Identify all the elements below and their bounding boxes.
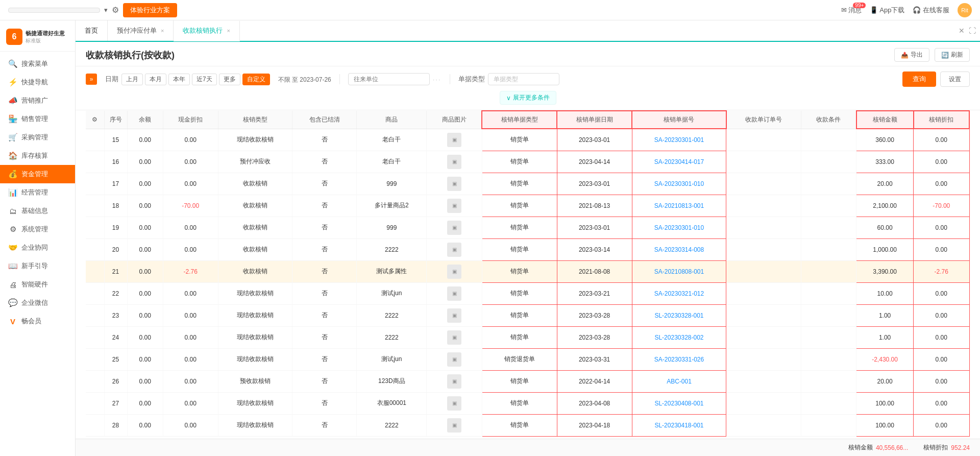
marketing-icon: 📣	[8, 96, 17, 105]
close-all-icon[interactable]: ✕	[959, 27, 965, 35]
table-cell: ▣	[427, 392, 482, 414]
collapse-btn[interactable]: »	[86, 74, 97, 85]
tab-home[interactable]: 首页	[76, 20, 108, 41]
table-cell-bill-no[interactable]: SA-20230301-001	[632, 129, 726, 151]
table-cell-bill-no[interactable]: SL-20230328-002	[632, 326, 726, 348]
table-cell	[726, 238, 801, 260]
settings-gear-btn[interactable]: ⚙	[112, 5, 119, 15]
service-btn[interactable]: 🎧 在线客服	[913, 6, 949, 15]
sidebar-item-quick[interactable]: ⚡ 快捷导航	[0, 73, 75, 91]
sidebar-label-operation: 经营管理	[21, 188, 48, 197]
industry-btn[interactable]: 体验行业方案	[123, 3, 177, 17]
footer-discount-label: 核销折扣	[923, 443, 948, 452]
table-cell	[86, 129, 104, 151]
filter-divider-2	[450, 74, 450, 84]
sidebar-item-wechat[interactable]: 💬 企业微信	[0, 294, 75, 312]
table-cell: 收款核销	[218, 173, 292, 195]
table-cell-bill-no[interactable]: SA-20210808-001	[632, 260, 726, 282]
table-row: 230.000.00现结收款核销否2222▣销货单2023-03-28SL-20…	[86, 304, 969, 326]
table-cell-bill-no[interactable]: SL-20230328-001	[632, 304, 726, 326]
query-btn[interactable]: 查询	[902, 71, 936, 87]
table-cell: 否	[292, 173, 357, 195]
tab-prepay[interactable]: 预付冲应付单 ×	[108, 20, 174, 41]
message-btn[interactable]: ✉ 99+ 消息	[841, 6, 862, 15]
table-cell-bill-no[interactable]: SA-20230331-026	[632, 348, 726, 370]
table-cell-bill-no[interactable]: SL-20230408-001	[632, 392, 726, 414]
sidebar-label-hardware: 智能硬件	[21, 280, 48, 289]
table-cell-bill-no[interactable]: SA-20230414-017	[632, 151, 726, 173]
table-cell: 0.00	[163, 282, 218, 304]
col-goods-img-header: 商品图片	[427, 111, 482, 129]
search-input[interactable]	[8, 8, 100, 13]
table-cell: 否	[292, 151, 357, 173]
table-row: 280.000.00现结收款核销否2222▣销货单2023-04-18SL-20…	[86, 414, 969, 436]
sidebar-item-inventory[interactable]: 🏠 库存核算	[0, 147, 75, 165]
basic-icon: 🗂	[8, 207, 17, 215]
table-cell-bill-no[interactable]: SA-20230314-008	[632, 238, 726, 260]
table-cell	[726, 195, 801, 217]
date-btn-this-year[interactable]: 本年	[168, 74, 190, 85]
table-cell-write-off-discount: 0.00	[914, 173, 969, 195]
table-cell-write-off-amount: 1.00	[856, 304, 914, 326]
table-cell-bill-date: 2023-03-31	[557, 348, 632, 370]
table-cell-bill-date: 2023-04-08	[557, 392, 632, 414]
table-row: 150.000.00现结收款核销否老白干▣销货单2023-03-01SA-202…	[86, 129, 969, 151]
table-cell-write-off-amount: 20.00	[856, 173, 914, 195]
sidebar-item-operation[interactable]: 📊 经营管理	[0, 183, 75, 202]
table-cell: 否	[292, 304, 357, 326]
sidebar-item-marketing[interactable]: 📣 营销推广	[0, 91, 75, 110]
sidebar-logo: 6 畅捷通谱好生意 标准版	[0, 25, 75, 52]
top-bar-left: ▾ ⚙ 体验行业方案	[8, 3, 835, 17]
sidebar-item-purchase[interactable]: 🛒 采购管理	[0, 128, 75, 147]
table-cell-bill-no[interactable]: SA-20230321-012	[632, 282, 726, 304]
date-btn-7days[interactable]: 近7天	[192, 74, 217, 85]
date-btn-more[interactable]: 更多	[219, 74, 240, 85]
bill-type-select[interactable]: 单据类型	[488, 73, 559, 85]
col-bill-report-type-header: 核销单据类型	[482, 111, 557, 129]
footer-amount-total: 核销金额 40,556,66...	[848, 443, 908, 452]
table-cell: 20	[104, 238, 127, 260]
sidebar-item-sales[interactable]: 🏪 销售管理	[0, 110, 75, 128]
expand-btn[interactable]: ∨ 展开更多条件	[500, 91, 556, 105]
dropdown-btn[interactable]: ▾	[104, 6, 108, 14]
sidebar-item-member[interactable]: V 畅会员	[0, 312, 75, 330]
page-actions: 📤 导出 🔄 刷新	[894, 48, 970, 62]
table-cell: 0.00	[127, 151, 163, 173]
sidebar-item-search[interactable]: 🔍 搜索菜单	[0, 55, 75, 73]
sidebar-item-basic[interactable]: 🗂 基础信息	[0, 202, 75, 220]
page-header: 收款核销执行(按收款) 📤 导出 🔄 刷新	[76, 42, 980, 66]
table-cell-write-off-amount: 100.00	[856, 414, 914, 436]
table-cell: ▣	[427, 282, 482, 304]
maximize-icon[interactable]: ⛶	[969, 27, 976, 35]
date-btn-custom[interactable]: 自定义	[242, 74, 270, 85]
tab-home-label: 首页	[85, 26, 98, 35]
filter-settings-btn[interactable]: 设置	[940, 71, 970, 87]
app-download-btn[interactable]: 📱 App下载	[870, 6, 904, 15]
sidebar-label-search: 搜索菜单	[21, 59, 48, 68]
table-cell-bill-no[interactable]: SA-20230301-010	[632, 217, 726, 238]
sidebar-item-hardware[interactable]: 🖨 智能硬件	[0, 275, 75, 294]
table-cell-write-off-discount: 0.00	[914, 326, 969, 348]
col-gear-header[interactable]: ⚙	[86, 111, 104, 129]
sidebar-item-guide[interactable]: 📖 新手引导	[0, 257, 75, 275]
tab-collection-close[interactable]: ×	[227, 28, 230, 34]
user-avatar[interactable]: Rit	[958, 3, 972, 17]
col-cash-discount-header: 现金折扣	[163, 111, 218, 129]
sidebar-item-system[interactable]: ⚙ 系统管理	[0, 220, 75, 238]
table-cell: 0.00	[163, 370, 218, 392]
date-btn-last-month[interactable]: 上月	[121, 74, 143, 85]
table-cell-bill-date: 2021-08-08	[557, 260, 632, 282]
sidebar-item-finance[interactable]: 💰 资金管理	[0, 165, 75, 183]
table-cell-bill-no[interactable]: ABC-001	[632, 370, 726, 392]
tab-prepay-close[interactable]: ×	[161, 28, 164, 34]
date-btn-this-month[interactable]: 本月	[145, 74, 166, 85]
tab-collection[interactable]: 收款核销执行 ×	[174, 21, 239, 41]
sidebar-item-enterprise[interactable]: 🤝 企业协同	[0, 238, 75, 257]
refresh-btn[interactable]: 🔄 刷新	[935, 48, 970, 62]
table-cell-bill-no[interactable]: SA-20210813-001	[632, 195, 726, 217]
unit-input[interactable]	[348, 73, 430, 85]
table-cell-bill-no[interactable]: SL-20230418-001	[632, 414, 726, 436]
table-cell-bill-no[interactable]: SA-20230301-010	[632, 173, 726, 195]
table-container[interactable]: ⚙ 序号 余额 现金折扣 核销类型 包含已结清 商品 商品图片 核销单据类型 核…	[76, 110, 980, 439]
export-btn[interactable]: 📤 导出	[894, 48, 929, 62]
